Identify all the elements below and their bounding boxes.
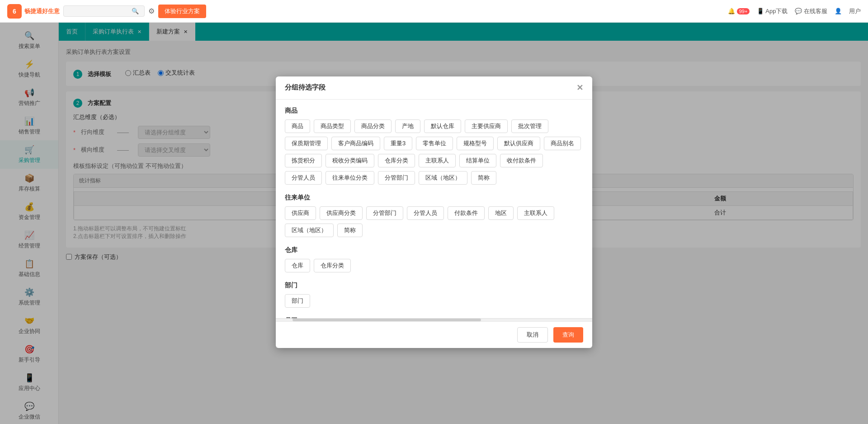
tag-goods-10[interactable]: 重量3 [384, 137, 412, 150]
tag-goods-5[interactable]: 默认仓库 [424, 119, 461, 133]
modal-close-icon[interactable]: ✕ [576, 83, 583, 93]
search-icon: 🔍 [132, 8, 139, 14]
message-badge: 99+ [737, 8, 750, 14]
tag-partner-9[interactable]: 简称 [337, 224, 363, 237]
tag-partner-1[interactable]: 供应商 [285, 206, 316, 220]
app-download[interactable]: 📱 App下载 [757, 7, 788, 15]
tag-partner-4[interactable]: 分管人员 [407, 206, 444, 220]
modal-scrollbar[interactable] [276, 318, 592, 321]
tag-partner-6[interactable]: 地区 [488, 206, 514, 220]
tag-goods-23[interactable]: 分管部门 [378, 171, 415, 185]
tag-goods-25[interactable]: 简称 [471, 171, 496, 185]
tag-goods-15[interactable]: 拣货积分 [285, 154, 322, 167]
header-right: 🔔 99+ 📱 App下载 💬 在线客服 👤 用户 [728, 7, 861, 15]
modal-footer: 取消 查询 [276, 321, 592, 348]
field-group-partner: 往来单位 供应商 供应商分类 分管部门 分管人员 付款条件 地区 主联系人 区域… [285, 194, 583, 237]
dept-title: 部门 [285, 281, 583, 290]
tag-partner-8[interactable]: 区域（地区） [285, 224, 334, 237]
modal: 分组待选字段 ✕ 商品 商品 商品类型 商品分类 产地 默认仓库 主要供应商 批… [276, 76, 592, 348]
tag-goods-19[interactable]: 结算单位 [459, 154, 496, 167]
tag-partner-5[interactable]: 付款条件 [448, 206, 485, 220]
tag-goods-1[interactable]: 商品 [285, 119, 310, 133]
field-group-warehouse: 仓库 仓库 仓库分类 [285, 246, 583, 272]
logo-area: 6 畅捷通好生意 [7, 4, 60, 19]
tag-partner-3[interactable]: 分管部门 [366, 206, 403, 220]
tag-goods-2[interactable]: 商品类型 [314, 119, 351, 133]
tag-goods-12[interactable]: 规格型号 [457, 137, 494, 150]
tag-goods-3[interactable]: 商品分类 [354, 119, 392, 133]
field-group-goods: 商品 商品 商品类型 商品分类 产地 默认仓库 主要供应商 批次管理 保质期管理… [285, 107, 583, 185]
tag-goods-16[interactable]: 税收分类编码 [326, 154, 374, 167]
tag-goods-8[interactable]: 保质期管理 [285, 137, 328, 150]
tag-goods-4[interactable]: 产地 [395, 119, 420, 133]
header-left: 6 畅捷通好生意 🔍 ⚙ 体验行业方案 [7, 4, 206, 19]
field-group-dept: 部门 部门 [285, 281, 583, 308]
header: 6 畅捷通好生意 🔍 ⚙ 体验行业方案 🔔 99+ 📱 App下载 💬 在线客服… [0, 0, 868, 23]
confirm-button[interactable]: 查询 [553, 327, 583, 343]
warehouse-title: 仓库 [285, 246, 583, 254]
user-avatar[interactable]: 👤 [835, 8, 842, 14]
goods-tags: 商品 商品类型 商品分类 产地 默认仓库 主要供应商 批次管理 保质期管理 客户… [285, 119, 583, 185]
tag-goods-18[interactable]: 主联系人 [419, 154, 456, 167]
online-service[interactable]: 💬 在线客服 [795, 7, 827, 15]
tag-goods-6[interactable]: 主要供应商 [465, 119, 508, 133]
search-bar[interactable]: 🔍 [63, 5, 145, 17]
logo-text: 畅捷通好生意 [24, 7, 60, 15]
tag-partner-7[interactable]: 主联系人 [517, 206, 554, 220]
tag-goods-9[interactable]: 客户商品编码 [331, 137, 380, 150]
logo-icon: 6 [7, 4, 22, 19]
modal-body[interactable]: 商品 商品 商品类型 商品分类 产地 默认仓库 主要供应商 批次管理 保质期管理… [276, 100, 592, 318]
tag-goods-13[interactable]: 默认供应商 [497, 137, 540, 150]
tag-goods-7[interactable]: 批次管理 [511, 119, 548, 133]
tag-dept-1[interactable]: 部门 [285, 294, 310, 308]
tag-warehouse-2[interactable]: 仓库分类 [314, 259, 351, 272]
search-input[interactable] [68, 8, 132, 14]
partner-title: 往来单位 [285, 194, 583, 202]
tag-goods-11[interactable]: 零售单位 [416, 137, 453, 150]
experience-btn[interactable]: 体验行业方案 [158, 5, 206, 18]
tag-goods-17[interactable]: 仓库分类 [378, 154, 415, 167]
tag-partner-2[interactable]: 供应商分类 [320, 206, 363, 220]
modal-title: 分组待选字段 [285, 83, 326, 92]
tag-warehouse-1[interactable]: 仓库 [285, 259, 310, 272]
tag-goods-24[interactable]: 区域（地区） [419, 171, 467, 185]
tag-goods-21[interactable]: 分管人员 [285, 171, 322, 185]
message-icon[interactable]: 🔔 99+ [728, 8, 750, 14]
cancel-button[interactable]: 取消 [517, 327, 548, 343]
partner-tags: 供应商 供应商分类 分管部门 分管人员 付款条件 地区 主联系人 区域（地区） … [285, 206, 583, 237]
tag-goods-20[interactable]: 收付款条件 [500, 154, 543, 167]
modal-header: 分组待选字段 ✕ [276, 76, 592, 100]
goods-title: 商品 [285, 107, 583, 115]
settings-icon[interactable]: ⚙ [148, 7, 155, 15]
warehouse-tags: 仓库 仓库分类 [285, 259, 583, 272]
user-name: 用户 [849, 7, 861, 15]
tag-goods-14[interactable]: 商品别名 [544, 137, 581, 150]
tag-goods-22[interactable]: 往来单位分类 [326, 171, 374, 185]
dept-tags: 部门 [285, 294, 583, 308]
